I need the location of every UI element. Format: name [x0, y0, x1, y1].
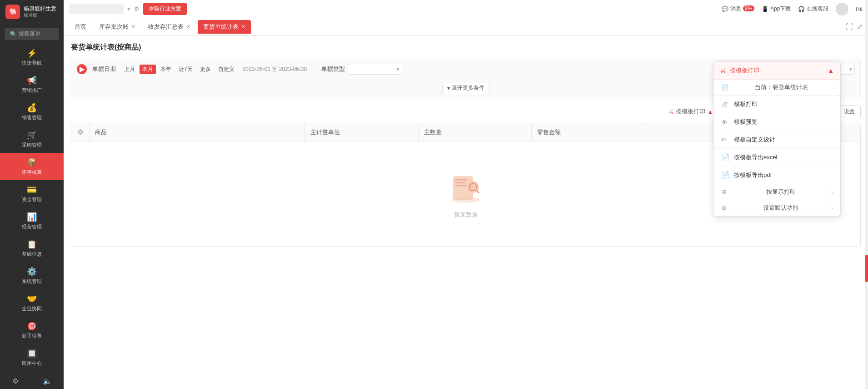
right-scrollbar[interactable] [865, 0, 868, 389]
app-download-group[interactable]: 📱 App下载 [762, 5, 791, 13]
user-avatar[interactable] [836, 3, 848, 15]
tab-close-order[interactable]: ✕ [241, 24, 245, 30]
type-select[interactable] [348, 64, 402, 75]
sidebar-item-quick-nav[interactable]: ⚡ 快捷导航 [0, 44, 64, 71]
date-more[interactable]: 更多 [197, 65, 214, 74]
dropdown-current-template[interactable]: 📄 当前：要货单统计表 › [714, 80, 840, 96]
sidebar-item-apps[interactable]: 🔲 应用中心 [0, 344, 64, 371]
scrollbar-thumb [865, 255, 868, 282]
default-settings-icon: ⚙ [721, 205, 727, 212]
sidebar-item-operation[interactable]: 📊 经营管理 [0, 207, 64, 235]
top-header: ▾ ⚙ 体验行业方案 💬 消息 99+ 📱 App下载 🎧 在线客服 Rit [64, 0, 868, 18]
filter-toggle-btn[interactable]: ▶ [77, 64, 87, 74]
online-service-group[interactable]: 🎧 在线客服 [798, 5, 828, 13]
th-settings: ⚙ [71, 123, 90, 141]
type-select-wrapper[interactable] [348, 64, 402, 75]
tab-maximize-btn[interactable]: ⤢ [857, 22, 863, 31]
sidebar-item-system[interactable]: ⚙️ 系统管理 [0, 262, 64, 289]
empty-text: 暂无数据 [454, 211, 478, 219]
sidebar-nav: ⚡ 快捷导航 📢 营销推广 💰 销售管理 🛒 采购管理 📦 库存核算 💳 资金管… [0, 44, 64, 373]
purchase-icon: 🛒 [27, 130, 37, 140]
sidebar-item-sales[interactable]: 💰 销售管理 [0, 98, 64, 126]
dropdown-item-template-print[interactable]: 🖨 模板打印 [714, 96, 840, 113]
current-template-arrow: › [831, 84, 833, 91]
header-settings-icon[interactable]: ⚙ [134, 5, 140, 12]
dropdown-item-template-preview[interactable]: 👁 模板预览 [714, 113, 840, 131]
template-custom-icon: ✏ [721, 136, 729, 144]
expand-more-btn[interactable]: ▾ 展开更多条件 [442, 82, 489, 94]
apps-icon: 🔲 [27, 349, 37, 359]
th-amount: 零售金额 [532, 123, 645, 141]
date-range-display: 2023-06-01 至 2023-06-30 [243, 66, 307, 73]
sidebar-item-enterprise[interactable]: 🤝 企业协同 [0, 289, 64, 317]
tab-receipt-summary[interactable]: 收发存汇总表 ✕ [143, 20, 196, 34]
table-gear-icon[interactable]: ⚙ [77, 128, 84, 136]
sound-bottom-btn[interactable]: 🔈 [43, 377, 52, 385]
template-print-icon: 🖨 [721, 101, 729, 108]
tab-close-receipt[interactable]: ✕ [186, 24, 190, 30]
header-right: 💬 消息 99+ 📱 App下载 🎧 在线客服 Rit [722, 3, 863, 15]
sidebar-item-guide[interactable]: 🎯 新手引导 [0, 317, 64, 344]
date-custom[interactable]: 自定义 [215, 65, 237, 74]
headset-icon: 🎧 [798, 6, 805, 12]
empty-illustration [443, 169, 489, 205]
dropdown-item-template-custom[interactable]: ✏ 模板自定义设计 [714, 131, 840, 149]
display-print-arrow: › [831, 189, 833, 196]
header-left: ▾ ⚙ 体验行业方案 [69, 3, 187, 15]
basic-icon: 📋 [27, 239, 37, 249]
sidebar-search[interactable]: 🔍 搜索菜单 [5, 28, 59, 40]
svg-rect-3 [455, 182, 465, 183]
tab-home[interactable]: 首页 [69, 20, 92, 34]
print-dropdown-icon: 🖨 [720, 67, 726, 74]
sidebar-item-inventory[interactable]: 📦 库存核算 [0, 153, 64, 180]
sidebar-item-basic[interactable]: 📋 基础信息 [0, 235, 64, 262]
date-current-month[interactable]: 本月 [140, 65, 156, 74]
dropdown-header: 🖨 按模板打印 ▲ [714, 62, 840, 80]
print-dropdown: 🖨 按模板打印 ▲ 📄 当前：要货单统计表 › 🖨 模板打印 👁 模板预览 ✏ … [713, 61, 841, 217]
tab-expand-btn[interactable]: ⛶ [846, 23, 853, 31]
date-current-year[interactable]: 本年 [158, 65, 174, 74]
sidebar-bottom: ⚙ 🔈 [0, 373, 64, 389]
system-icon: ⚙️ [27, 267, 37, 277]
breadcrumb-input[interactable] [69, 4, 124, 14]
template-preview-icon: 👁 [721, 118, 729, 126]
expand-down-icon: ▾ [447, 85, 450, 91]
sidebar-item-marketing[interactable]: 📢 营销推广 [0, 71, 64, 98]
date-prev-month[interactable]: 上月 [121, 65, 138, 74]
marketing-icon: 📢 [27, 76, 37, 86]
tab-close-batch[interactable]: ✕ [131, 24, 135, 30]
tab-bar: 首页 库存批次账 ✕ 收发存汇总表 ✕ 要货单统计表 ✕ ⛶ ⤢ [64, 18, 868, 35]
default-settings-arrow: › [831, 205, 833, 212]
type-filter-group: 单据类型 [321, 64, 402, 75]
phone-icon: 📱 [762, 6, 768, 12]
dropdown-header-left: 🖨 按模板打印 [720, 66, 759, 75]
dropdown-default-settings[interactable]: ⚙ 设置默认功能 › [714, 200, 840, 216]
dropdown-header-right[interactable]: ▲ [828, 67, 834, 74]
enterprise-icon: 🤝 [27, 294, 37, 304]
th-qty: 主数量 [419, 123, 532, 141]
print-chevron-icon: ▲ [707, 108, 713, 115]
date-filter-group: 上月 本月 本年 近7天 更多 自定义 2023-06-01 至 2023-06… [121, 65, 307, 74]
date-filter-label: 单据日期 [92, 65, 116, 73]
print-btn[interactable]: 🖨 按模板打印 ▲ [664, 106, 717, 117]
dropdown-item-export-pdf[interactable]: 📄 按模板导出pdf [714, 167, 840, 184]
breadcrumb-dropdown-icon[interactable]: ▾ [127, 5, 130, 12]
svg-rect-2 [455, 179, 468, 180]
th-product: 商品 [90, 123, 305, 141]
export-pdf-icon: 📄 [721, 171, 729, 179]
dropdown-chevron-icon: ▲ [828, 67, 834, 74]
sales-icon: 💰 [27, 103, 37, 113]
settings-btn[interactable]: 设置 [838, 105, 861, 118]
date-last-7-days[interactable]: 近7天 [176, 65, 195, 74]
quick-nav-icon: ⚡ [27, 48, 37, 58]
dropdown-display-print[interactable]: 🖥 按显示打印 › [714, 184, 840, 200]
dropdown-item-export-excel[interactable]: 📄 按模板导出excel [714, 149, 840, 167]
tab-order-stats[interactable]: 要货单统计表 ✕ [198, 20, 251, 34]
sidebar-item-purchase[interactable]: 🛒 采购管理 [0, 126, 64, 153]
logo-icon: 畅 [5, 5, 20, 19]
messages-group[interactable]: 💬 消息 99+ [722, 5, 754, 13]
sidebar-item-finance[interactable]: 💳 资金管理 [0, 180, 64, 207]
tab-batch-account[interactable]: 库存批次账 ✕ [94, 20, 141, 34]
settings-bottom-btn[interactable]: ⚙ [12, 377, 19, 385]
trial-btn[interactable]: 体验行业方案 [143, 3, 187, 15]
